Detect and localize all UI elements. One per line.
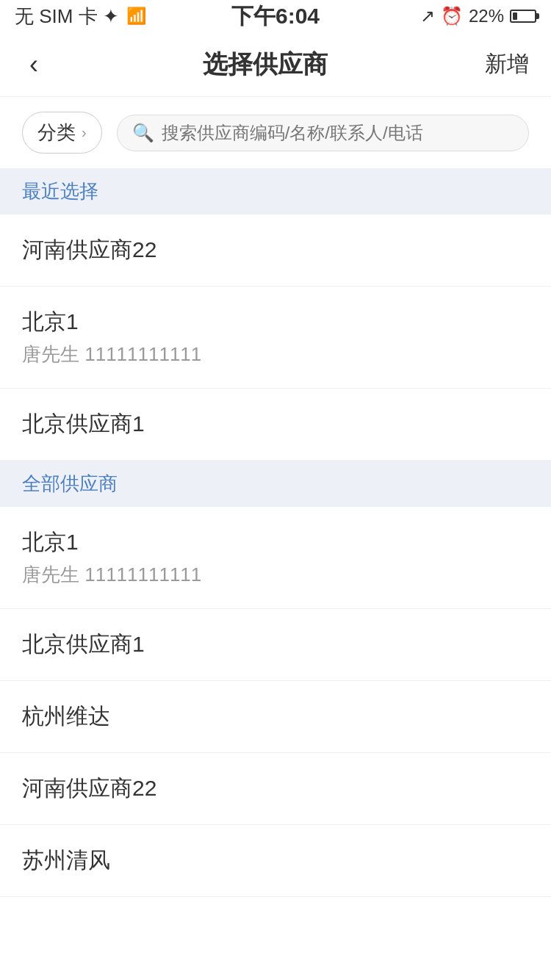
status-time: 下午6:04: [231, 1, 320, 32]
wifi-icon: 📶: [126, 7, 146, 26]
battery-container: [510, 10, 536, 23]
all-list-item[interactable]: 苏州清风: [0, 825, 551, 897]
all-list-item[interactable]: 北京1唐先生 11111111111: [0, 507, 551, 609]
recent-list-item[interactable]: 北京供应商1: [0, 389, 551, 461]
all-list-item[interactable]: 杭州维达: [0, 681, 551, 753]
item-name: 杭州维达: [22, 702, 529, 732]
battery-fill: [513, 12, 517, 20]
alarm-icon: ⏰: [441, 6, 463, 26]
battery-icon: [510, 10, 536, 23]
category-filter[interactable]: 分类 ›: [22, 112, 102, 154]
recent-list-item[interactable]: 北京1唐先生 11111111111: [0, 287, 551, 389]
item-name: 北京1: [22, 307, 529, 337]
no-sim-text: 无 SIM 卡 ✦: [15, 4, 119, 29]
recent-section-label: 最近选择: [22, 180, 98, 202]
add-button[interactable]: 新增: [485, 49, 529, 79]
page-title: 选择供应商: [203, 48, 328, 82]
item-name: 北京供应商1: [22, 630, 529, 660]
item-name: 北京供应商1: [22, 409, 529, 439]
search-input[interactable]: [162, 123, 514, 143]
item-sub: 唐先生 11111111111: [22, 342, 529, 367]
item-name: 河南供应商22: [22, 235, 529, 265]
recent-list-item[interactable]: 河南供应商22: [0, 215, 551, 287]
recent-section-header: 最近选择: [0, 168, 551, 215]
status-bar: 无 SIM 卡 ✦ 📶 下午6:04 ↗ ⏰ 22%: [0, 0, 551, 32]
item-name: 苏州清风: [22, 846, 529, 876]
recent-list: 河南供应商22北京1唐先生 11111111111北京供应商1: [0, 215, 551, 461]
chevron-right-icon: ›: [82, 124, 87, 141]
back-button[interactable]: ‹: [22, 42, 46, 87]
battery-text: 22%: [469, 6, 504, 26]
search-icon: 🔍: [132, 123, 154, 143]
search-box[interactable]: 🔍: [117, 115, 529, 151]
item-sub: 唐先生 11111111111: [22, 562, 529, 588]
all-list: 北京1唐先生 11111111111北京供应商1杭州维达河南供应商22苏州清风: [0, 507, 551, 897]
all-list-item[interactable]: 河南供应商22: [0, 753, 551, 825]
all-section-header: 全部供应商: [0, 461, 551, 507]
status-left: 无 SIM 卡 ✦ 📶: [15, 4, 146, 29]
filter-bar: 分类 › 🔍: [0, 97, 551, 168]
item-name: 河南供应商22: [22, 774, 529, 804]
all-section-label: 全部供应商: [22, 472, 118, 494]
item-name: 北京1: [22, 527, 529, 558]
location-icon: ↗: [420, 6, 435, 26]
all-list-item[interactable]: 北京供应商1: [0, 609, 551, 681]
nav-bar: ‹ 选择供应商 新增: [0, 32, 551, 97]
category-label: 分类: [37, 120, 76, 145]
status-right: ↗ ⏰ 22%: [420, 6, 536, 26]
